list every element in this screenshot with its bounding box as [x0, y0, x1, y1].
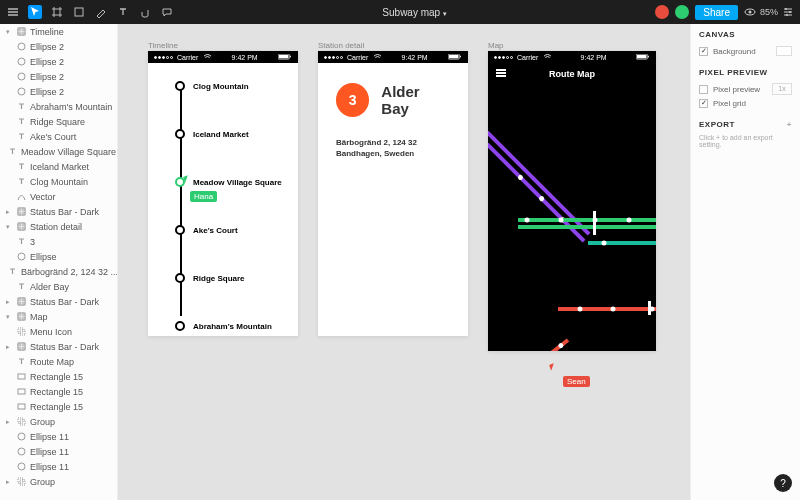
menu-icon[interactable]	[6, 5, 20, 19]
checkbox[interactable]	[699, 85, 708, 94]
svg-point-10	[18, 88, 25, 95]
layer-row[interactable]: Bärbogränd 2, 124 32 ...	[0, 264, 117, 279]
layer-row[interactable]: Ellipse 11	[0, 459, 117, 474]
document-title[interactable]: Subway map ▾	[182, 7, 647, 18]
layer-row[interactable]: Meadow Village Square	[0, 144, 117, 159]
remote-cursor-label: Hana	[190, 191, 217, 202]
section-header: Pixel Preview	[699, 68, 792, 77]
subway-line	[492, 338, 569, 351]
layer-row[interactable]: Rectangle 15	[0, 384, 117, 399]
layer-row[interactable]: Alder Bay	[0, 279, 117, 294]
layer-row[interactable]: Ellipse 2	[0, 84, 117, 99]
section-header: Canvas	[699, 30, 792, 39]
layer-row[interactable]: Ellipse 2	[0, 39, 117, 54]
layer-row[interactable]: ▾Station detail	[0, 219, 117, 234]
layer-row[interactable]: Ellipse	[0, 249, 117, 264]
pixel-grid-label: Pixel grid	[713, 99, 746, 108]
add-export-button[interactable]: +	[787, 120, 792, 129]
station-name: Alder Bay	[381, 83, 450, 117]
layer-row[interactable]: ▸Group	[0, 414, 117, 429]
remote-cursor	[183, 175, 190, 182]
canvas[interactable]: Timeline Carrier 9:42 PM Clog MountainIc…	[118, 24, 690, 500]
layer-row[interactable]: Ellipse 2	[0, 69, 117, 84]
layer-row[interactable]: Ake's Court	[0, 129, 117, 144]
svg-rect-19	[18, 374, 25, 379]
svg-point-24	[18, 433, 25, 440]
artboard-timeline[interactable]: Carrier 9:42 PM Clog MountainIceland Mar…	[148, 51, 298, 336]
svg-rect-33	[449, 55, 458, 58]
svg-rect-11	[18, 208, 25, 215]
layer-row[interactable]: Ellipse 11	[0, 429, 117, 444]
layer-row[interactable]: Route Map	[0, 354, 117, 369]
artboard-detail[interactable]: Carrier 9:42 PM 3 Alder Bay Bärbogränd 2…	[318, 51, 468, 336]
layer-row[interactable]: 3	[0, 234, 117, 249]
background-label: Background	[713, 47, 771, 56]
layer-row[interactable]: Abraham's Mountain	[0, 99, 117, 114]
inspector-panel: Canvas ✓Background Pixel Preview Pixel p…	[690, 24, 800, 500]
svg-rect-37	[648, 56, 649, 58]
checkbox[interactable]: ✓	[699, 47, 708, 56]
comment-tool[interactable]	[160, 5, 174, 19]
timeline-stop: Clog Mountain	[175, 81, 249, 91]
layer-row[interactable]: Ellipse 11	[0, 444, 117, 459]
svg-rect-6	[18, 28, 25, 35]
checkbox[interactable]: ✓	[699, 99, 708, 108]
frame-tool[interactable]	[50, 5, 64, 19]
layer-row[interactable]: ▸Status Bar - Dark	[0, 204, 117, 219]
move-tool[interactable]	[28, 5, 42, 19]
layer-row[interactable]: Ellipse 2	[0, 54, 117, 69]
layer-row[interactable]: ▸Status Bar - Dark	[0, 339, 117, 354]
layer-row[interactable]: Ridge Square	[0, 114, 117, 129]
line-number-badge: 3	[336, 83, 369, 117]
layer-row[interactable]: ▾Timeline	[0, 24, 117, 39]
avatar[interactable]	[675, 5, 689, 19]
shape-tool[interactable]	[72, 5, 86, 19]
hamburger-icon[interactable]	[496, 69, 506, 79]
map-title: Route Map	[549, 69, 595, 79]
svg-rect-36	[637, 55, 646, 58]
view-icon[interactable]	[744, 6, 756, 18]
svg-point-13	[18, 253, 25, 260]
hand-tool[interactable]	[138, 5, 152, 19]
svg-point-3	[785, 8, 787, 10]
layer-row[interactable]: Clog Mountain	[0, 174, 117, 189]
svg-rect-31	[290, 56, 291, 58]
timeline-stop: Abraham's Mountain	[175, 321, 272, 331]
text-tool[interactable]	[116, 5, 130, 19]
svg-point-26	[18, 463, 25, 470]
color-swatch[interactable]	[776, 46, 792, 56]
layer-row[interactable]: Rectangle 15	[0, 369, 117, 384]
layer-row[interactable]: ▸Status Bar - Dark	[0, 294, 117, 309]
zoom-level[interactable]: 85%	[760, 7, 778, 17]
status-bar: Carrier 9:42 PM	[318, 51, 468, 63]
svg-point-4	[789, 11, 791, 13]
export-hint: Click + to add an export setting.	[699, 134, 792, 148]
share-button[interactable]: Share	[695, 5, 738, 20]
svg-rect-18	[18, 343, 25, 350]
svg-rect-12	[18, 223, 25, 230]
layer-row[interactable]: Rectangle 15	[0, 399, 117, 414]
settings-icon[interactable]	[782, 6, 794, 18]
layer-row[interactable]: Menu Icon	[0, 324, 117, 339]
artboard-map[interactable]: Carrier 9:42 PM Route Map	[488, 51, 656, 351]
svg-point-8	[18, 58, 25, 65]
frame-label[interactable]: Map	[488, 41, 504, 50]
svg-rect-0	[75, 8, 83, 16]
layer-row[interactable]: ▾Map	[0, 309, 117, 324]
help-button[interactable]: ?	[774, 474, 792, 492]
remote-cursor	[549, 363, 556, 370]
subway-line	[558, 307, 656, 311]
frame-label[interactable]: Timeline	[148, 41, 178, 50]
avatar[interactable]	[655, 5, 669, 19]
pixel-preview-label: Pixel preview	[713, 85, 767, 94]
pen-tool[interactable]	[94, 5, 108, 19]
frame-label[interactable]: Station detail	[318, 41, 364, 50]
layer-row[interactable]: Vector	[0, 189, 117, 204]
multiplier-input[interactable]: 1x	[772, 83, 792, 95]
timeline-stop: Meadow Village Square	[175, 177, 282, 187]
layer-row[interactable]: ▸Group	[0, 474, 117, 489]
subway-line	[518, 218, 656, 222]
layer-row[interactable]: Iceland Market	[0, 159, 117, 174]
timeline-stop: Iceland Market	[175, 129, 249, 139]
svg-rect-20	[18, 389, 25, 394]
